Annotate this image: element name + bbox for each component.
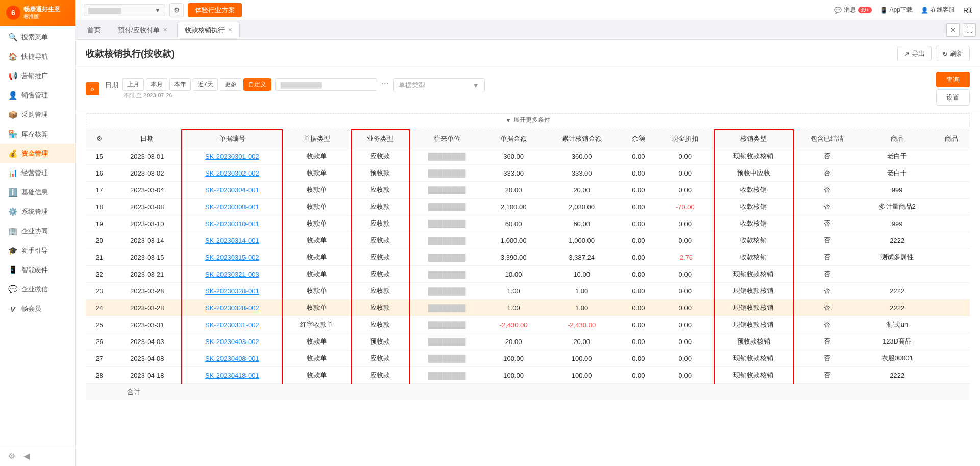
collapse-sidebar-icon[interactable]: ◀ <box>23 451 30 461</box>
sidebar-item-label: 采购管理 <box>21 110 48 119</box>
tab-prepay[interactable]: 预付/应收付单 ✕ <box>110 22 175 38</box>
app-download-item[interactable]: 📱 App下载 <box>880 6 913 14</box>
date-more-button[interactable]: 更多 <box>220 78 241 91</box>
sidebar-item-label: 企业微信 <box>21 285 48 294</box>
page-title: 收款核销执行(按收款) <box>86 47 175 60</box>
finance-icon: 💰 <box>8 149 17 158</box>
tab-receipt-exec[interactable]: 收款核销执行 ✕ <box>177 22 240 38</box>
counterparty-filter-input[interactable]: ▓▓▓▓▓▓▓▓▓▓ <box>275 78 377 91</box>
sidebar-item-label: 销售管理 <box>21 91 48 100</box>
th-verify-type[interactable]: 核销类型 <box>714 130 793 148</box>
doc-type-filter-select[interactable]: 单据类型 ▼ <box>393 78 485 92</box>
main-content: ▓▓▓▓▓▓▓▓ ▼ ⚙ 体验行业方案 💬 消息 99+ 📱 App下载 👤 在… <box>76 0 980 466</box>
tab-home[interactable]: 首页 <box>80 22 108 38</box>
table-row: 212023-03-15SK-20230315-002收款单应收款███████… <box>86 249 970 266</box>
th-date[interactable]: 日期 <box>113 130 182 148</box>
table-row: 172023-03-04SK-20230304-001收款单应收款███████… <box>86 182 970 199</box>
sidebar-item-operation[interactable]: 📊 经营管理 <box>0 163 75 183</box>
tab-label: 首页 <box>87 26 101 35</box>
online-service-item[interactable]: 👤 在线客服 <box>921 6 955 14</box>
date-this-month-button[interactable]: 本月 <box>146 78 167 91</box>
user-name: Rit <box>963 6 972 14</box>
th-balance[interactable]: 余额 <box>620 130 656 148</box>
message-label: 消息 <box>844 6 856 14</box>
table-row: 272023-04-08SK-20230408-001收款单应收款███████… <box>86 350 970 367</box>
sidebar-item-label: 资金管理 <box>21 149 48 158</box>
service-icon: 👤 <box>921 7 928 14</box>
sidebar-item-marketing[interactable]: 📢 营销推广 <box>0 66 75 86</box>
export-button[interactable]: ↗ 导出 <box>897 46 932 61</box>
message-icon: 💬 <box>834 7 842 14</box>
message-item[interactable]: 💬 消息 99+ <box>834 6 872 14</box>
sidebar-item-label: 经营管理 <box>21 168 48 178</box>
table-row: 182023-03-08SK-20230308-001收款单应收款███████… <box>86 199 970 215</box>
inventory-icon: 🏪 <box>8 130 17 139</box>
date-7days-button[interactable]: 近7天 <box>193 78 218 91</box>
tab-close-icon[interactable]: ✕ <box>228 27 232 33</box>
page-area: 收款核销执行(按收款) ↗ 导出 ↻ 刷新 » 日期 上月 <box>76 40 980 466</box>
system-icon: ⚙️ <box>8 207 17 216</box>
enterprise-icon: 🏢 <box>8 227 17 236</box>
workspace-selector[interactable]: ▓▓▓▓▓▓▓▓ ▼ <box>84 4 165 16</box>
date-this-year-button[interactable]: 本年 <box>169 78 191 91</box>
sidebar-item-system[interactable]: ⚙️ 系统管理 <box>0 202 75 222</box>
workspace-text: ▓▓▓▓▓▓▓▓ <box>88 7 121 13</box>
date-filter-label: 日期 <box>105 78 118 90</box>
tab-close-all-button[interactable]: ✕ <box>946 23 960 37</box>
sidebar-item-inventory[interactable]: 🏪 库存核算 <box>0 125 75 144</box>
filter-more-dots[interactable]: ··· <box>381 78 389 89</box>
table-wrap[interactable]: ⚙ 日期 单据编号 单据类型 业务类型 往来单位 单据金额 累计核销金额 余额 … <box>76 129 980 466</box>
th-product2[interactable]: 商品 <box>934 130 970 148</box>
refresh-button[interactable]: ↻ 刷新 <box>936 46 970 61</box>
table-row: 192023-03-10SK-20230310-001收款单应收款███████… <box>86 215 970 232</box>
logo-icon: 6 <box>6 6 20 20</box>
sidebar-item-label: 搜索菜单 <box>21 33 48 42</box>
th-doc-type[interactable]: 单据类型 <box>282 130 351 148</box>
sidebar-item-quicknav[interactable]: 🏠 快捷导航 <box>0 47 75 66</box>
tab-label: 收款核销执行 <box>185 26 225 35</box>
sidebar-item-sales[interactable]: 👤 销售管理 <box>0 86 75 105</box>
th-include-settled[interactable]: 包含已结清 <box>793 130 861 148</box>
th-verified[interactable]: 累计核销金额 <box>543 130 620 148</box>
sidebar-item-label: 智能硬件 <box>21 265 48 275</box>
home-icon: 🏠 <box>8 52 17 61</box>
table-row: 152023-03-01SK-20230301-002收款单应收款███████… <box>86 148 970 165</box>
tab-bar: 首页 预付/应收付单 ✕ 收款核销执行 ✕ ✕ ⛶ <box>76 20 980 40</box>
th-product[interactable]: 商品 <box>861 130 933 148</box>
sales-icon: 👤 <box>8 91 17 100</box>
th-doc-no[interactable]: 单据编号 <box>182 130 282 148</box>
tab-maximize-button[interactable]: ⛶ <box>963 23 976 37</box>
basic-icon: ℹ️ <box>8 188 17 197</box>
settings-footer-icon[interactable]: ⚙ <box>8 451 15 461</box>
th-biz-type[interactable]: 业务类型 <box>351 130 409 148</box>
page-header: 收款核销执行(按收款) ↗ 导出 ↻ 刷新 <box>76 40 980 67</box>
sidebar-item-enterprise[interactable]: 🏢 企业协同 <box>0 222 75 241</box>
industry-solution-button[interactable]: 体验行业方案 <box>188 3 242 17</box>
expand-more-button[interactable]: ▼ 展开更多条件 <box>86 113 970 127</box>
sidebar-item-search[interactable]: 🔍 搜索菜单 <box>0 28 75 47</box>
setting-button[interactable]: 设置 <box>936 89 970 106</box>
sidebar-item-guide[interactable]: 🎓 新手引导 <box>0 241 75 260</box>
sidebar-item-wechat[interactable]: 💬 企业微信 <box>0 280 75 299</box>
sidebar-item-hardware[interactable]: 📱 智能硬件 <box>0 260 75 280</box>
sidebar-item-finance[interactable]: 💰 资金管理 <box>0 144 75 163</box>
query-button[interactable]: 查询 <box>936 72 970 87</box>
sidebar-item-basic[interactable]: ℹ️ 基础信息 <box>0 183 75 202</box>
table-row: 242023-03-28SK-20230328-002收款单应收款███████… <box>86 300 970 316</box>
th-counterparty[interactable]: 往来单位 <box>409 130 484 148</box>
filter-area: » 日期 上月 本月 本年 近7天 更多 自定义 不限 至 2023-07-26… <box>76 67 980 111</box>
date-last-month-button[interactable]: 上月 <box>122 78 144 91</box>
th-discount[interactable]: 现金折扣 <box>656 130 714 148</box>
tab-close-icon[interactable]: ✕ <box>163 27 167 33</box>
user-profile[interactable]: Rit <box>963 6 972 14</box>
filter-toggle-button[interactable]: » <box>86 82 99 95</box>
sidebar-item-member[interactable]: V 畅会员 <box>0 299 75 318</box>
refresh-icon: ↻ <box>942 50 948 58</box>
table-row: 232023-03-28SK-20230328-001收款单应收款███████… <box>86 283 970 300</box>
sidebar-item-label: 新手引导 <box>21 246 48 255</box>
sidebar-item-purchase[interactable]: 📦 采购管理 <box>0 105 75 125</box>
date-custom-button[interactable]: 自定义 <box>243 78 271 91</box>
gear-button[interactable]: ⚙ <box>169 3 184 17</box>
table-row: 262023-04-03SK-20230403-002收款单预收款███████… <box>86 333 970 350</box>
th-amount[interactable]: 单据金额 <box>484 130 543 148</box>
